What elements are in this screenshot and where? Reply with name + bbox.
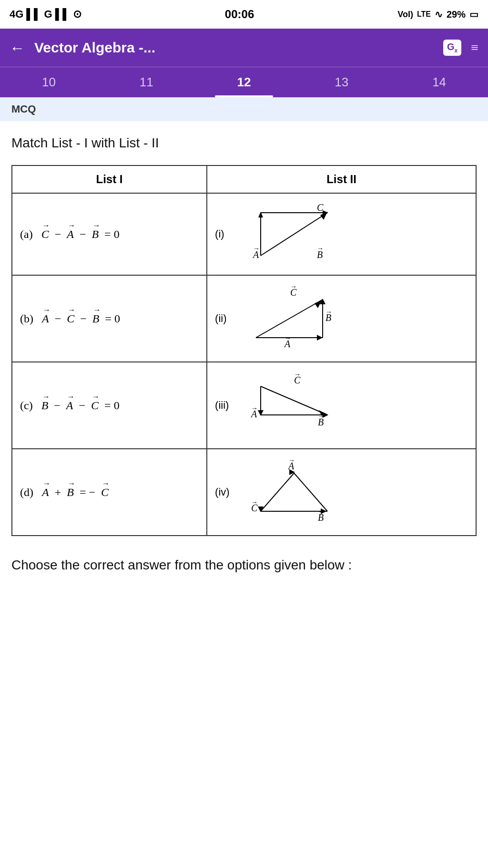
svg-text:→: → — [251, 404, 258, 412]
signal1-icon: ▌▌ — [26, 8, 41, 21]
tab-13[interactable]: 13 — [293, 67, 390, 97]
list2-row-i: (i) — [215, 203, 468, 265]
svg-text:→: → — [317, 203, 324, 206]
status-bar: 4G ▌▌ G ▌▌ ⊙ 00:06 Vol) LTE ∿ 29% ▭ — [0, 0, 488, 29]
row-label-iii: (iii) — [215, 399, 239, 412]
tab-12[interactable]: 12 — [195, 67, 293, 97]
bottom-text: Choose the correct answer from the optio… — [11, 555, 477, 575]
expr-d: (d) → A + → B = − → C — [20, 480, 199, 504]
svg-text:→: → — [288, 459, 295, 464]
list2-row-ii: (ii) — [215, 285, 468, 352]
svg-text:→: → — [251, 498, 258, 506]
expr-c: (c) → B − → A − → C — [20, 393, 199, 417]
content-area: Match List - I with List - II List I Lis… — [0, 121, 488, 589]
label-c: (c) — [20, 399, 39, 412]
figure-iv: A → C → B → — [246, 459, 468, 526]
list1-cell-a: (a) → C − → A − → — [12, 193, 207, 275]
question-title: Match List - I with List - II — [11, 135, 477, 151]
expr-a: (a) → C − → A − → — [20, 222, 199, 246]
mcq-label: MCQ — [11, 103, 36, 115]
mcq-label-bar: MCQ — [0, 97, 488, 121]
expr-b: (b) → A − → C − → B — [20, 307, 199, 331]
toolbar-actions: Gx ≡ — [443, 40, 478, 56]
svg-text:→: → — [325, 308, 332, 316]
svg-text:→: → — [317, 245, 324, 252]
list1-cell-c: (c) → B − → A − → C — [12, 362, 207, 449]
back-button[interactable]: ← — [10, 39, 25, 57]
list1-header: List I — [12, 165, 207, 193]
figure-iii: C → A → B → — [246, 372, 468, 439]
list2-cell-ii: (ii) — [207, 275, 476, 362]
toolbar: ← Vector Algebra -... Gx ≡ — [0, 29, 488, 67]
figure-i: A → C → B → — [246, 203, 468, 265]
list2-cell-i: (i) — [207, 193, 476, 275]
tab-11[interactable]: 11 — [98, 67, 195, 97]
row-label-ii: (ii) — [215, 312, 239, 325]
menu-button[interactable]: ≡ — [471, 40, 478, 55]
label-a: (a) — [20, 228, 39, 240]
table-row: (b) → A − → C − → B — [12, 275, 476, 362]
svg-text:→: → — [318, 508, 325, 516]
list2-row-iv: (iv) — [215, 459, 468, 526]
voicemail-icon: ⊙ — [73, 8, 81, 21]
list2-header: List II — [207, 165, 476, 193]
list2-row-iii: (iii) — [215, 372, 468, 439]
list1-cell-b: (b) → A − → C − → B — [12, 275, 207, 362]
figure-ii: A → B → C → — [246, 285, 468, 352]
svg-text:→: → — [318, 413, 325, 420]
battery-label: 29% — [447, 9, 466, 20]
tab-bar: 10 11 12 13 14 — [0, 67, 488, 97]
tab-10[interactable]: 10 — [0, 67, 98, 97]
row-label-i: (i) — [215, 228, 239, 240]
svg-line-14 — [256, 300, 323, 338]
table-row: (a) → C − → A − → — [12, 193, 476, 275]
svg-line-37 — [261, 473, 294, 511]
match-table: List I List II (a) → C − — [11, 165, 477, 536]
svg-text:→: → — [285, 334, 291, 342]
network2-label: G — [44, 8, 52, 21]
lte-label: LTE — [417, 10, 431, 19]
svg-text:→: → — [294, 372, 301, 378]
wifi-icon: ∿ — [435, 9, 443, 20]
list1-cell-d: (d) → A + → B = − → C — [12, 449, 207, 536]
battery-icon: ▭ — [469, 9, 478, 20]
status-network: 4G ▌▌ G ▌▌ ⊙ — [10, 8, 81, 21]
translate-button[interactable]: Gx — [443, 40, 461, 56]
svg-text:→: → — [290, 285, 297, 290]
svg-text:→: → — [253, 245, 260, 252]
list2-cell-iii: (iii) — [207, 362, 476, 449]
label-b: (b) — [20, 312, 39, 325]
status-right-group: Vol) LTE ∿ 29% ▭ — [397, 9, 478, 20]
table-row: (c) → B − → A − → C — [12, 362, 476, 449]
tab-14[interactable]: 14 — [390, 67, 488, 97]
list2-cell-iv: (iv) — [207, 449, 476, 536]
svg-line-26 — [261, 386, 327, 415]
vol-icon: Vol) — [397, 10, 413, 20]
table-row: (d) → A + → B = − → C — [12, 449, 476, 536]
svg-line-38 — [294, 473, 327, 511]
signal2-icon: ▌▌ — [55, 8, 70, 21]
row-label-iv: (iv) — [215, 486, 239, 498]
label-d: (d) — [20, 486, 39, 498]
status-time: 00:06 — [225, 8, 254, 21]
page-title: Vector Algebra -... — [34, 40, 443, 56]
network1-label: 4G — [10, 8, 23, 21]
svg-marker-15 — [317, 335, 323, 341]
